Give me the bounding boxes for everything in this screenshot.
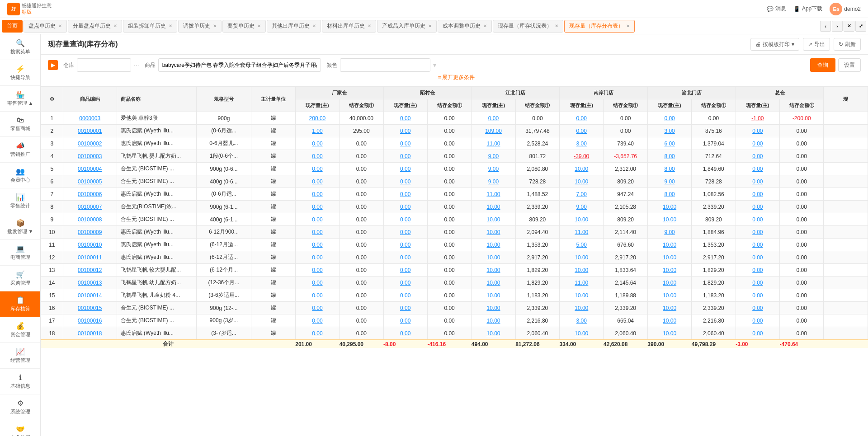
footer-na-qty: 334.00 <box>560 340 604 348</box>
table-row: 800100007合生元(BIOSTIME)浓...900g (6-1...罐0… <box>41 201 868 213</box>
export-btn[interactable]: ↗ 导出 <box>803 38 830 51</box>
sidebar-item-finance[interactable]: 💰 资金管理 <box>0 317 40 343</box>
search-btn[interactable]: 查询 <box>810 58 835 72</box>
tab-3[interactable]: 组装拆卸单历史 ✕ <box>123 20 177 33</box>
tab-close-3[interactable]: ✕ <box>169 23 172 28</box>
page-title: 现存量查询(库存分布) <box>48 40 118 53</box>
app-download-btn[interactable]: 📱 App下载 <box>793 5 822 13</box>
tab-bar: 首页 盘点单历史 ✕ 分量盘点单历史 ✕ 组装拆卸单历史 ✕ 调拨单历史 ✕ 要… <box>0 18 868 34</box>
tab-home[interactable]: 首页 <box>2 20 23 33</box>
expand-row: ≡ 展开更多条件 <box>48 72 861 82</box>
tab-5[interactable]: 要货单历史 ✕ <box>222 20 266 33</box>
table-row: 1300100012飞鹤星飞帆 较大婴儿配...(6-12个月...罐0.000… <box>41 264 868 277</box>
sidebar-item-search[interactable]: 🔍 搜索英单 <box>0 34 40 60</box>
footer-yb-amt: 49,798.29 <box>692 340 736 348</box>
tab-prev-btn[interactable]: ‹ <box>820 21 831 32</box>
table-row: 1500100014飞鹤星飞帆 儿童奶粉 4...(3-6岁适用...罐0.00… <box>41 289 868 302</box>
tab-7[interactable]: 材料出库单历史 ✕ <box>322 20 376 33</box>
collab-icon: 🤝 <box>2 425 38 433</box>
sidebar-item-purchase[interactable]: 🛒 采购管理 <box>0 266 40 291</box>
col-settings-icon[interactable]: ⚙ <box>41 87 63 112</box>
tab-close-8[interactable]: ✕ <box>428 23 432 28</box>
goods-input[interactable] <box>158 58 321 72</box>
tab-close-9[interactable]: ✕ <box>483 23 487 28</box>
tab-9[interactable]: 成本调整单历史 ✕ <box>438 20 492 33</box>
color-field: 颜色 ▾ <box>326 58 436 72</box>
warehouse-input[interactable] <box>77 58 131 72</box>
sidebar-item-retail-mgmt[interactable]: 🏪 零售管理 ▲ <box>0 86 40 112</box>
sidebar-item-collab[interactable]: 🤝 企业协同 <box>0 420 40 436</box>
table-row: 500100004合生元 (BIOSTIME) ...900g (0-6...罐… <box>41 163 868 175</box>
group-cj: 厂家仓 <box>295 87 383 99</box>
col-spec-header: 规格型号 <box>196 87 251 112</box>
mall-icon: 🛍 <box>2 116 38 124</box>
messages-btn[interactable]: 💬 消息 <box>767 5 786 13</box>
set-btn[interactable]: 设置 <box>838 58 861 72</box>
tab-nav-btns: ‹ › ✕ ⤢ <box>820 21 866 32</box>
tab-1[interactable]: 盘点单历史 ✕ <box>24 20 67 33</box>
color-input[interactable] <box>340 58 430 72</box>
tab-next-btn[interactable]: › <box>832 21 843 32</box>
main-layout: 🔍 搜索英单 ⚡ 快捷导航 🏪 零售管理 ▲ 🛍 零售商城 📣 营销推广 👥 会… <box>0 34 868 436</box>
refresh-btn[interactable]: ↻ 刷新 <box>834 38 861 51</box>
table-row: 400100003飞鹤星飞帆 婴儿配方奶...1段(0-6个...罐0.000.… <box>41 150 868 163</box>
sidebar-item-marketing[interactable]: 📣 营销推广 <box>0 137 40 163</box>
col-na-qty: 现存量(主) <box>560 99 604 112</box>
table-row: 1200100011惠氏启赋 (Wyeth illu...(6-12月适...罐… <box>41 251 868 264</box>
tab-close-all-btn[interactable]: ✕ <box>844 21 854 32</box>
retail-icon: 🏪 <box>2 90 38 99</box>
col-cj-qty: 现存量(主) <box>295 99 339 112</box>
tab-close-2[interactable]: ✕ <box>113 23 117 28</box>
wholesale-icon: 📦 <box>2 219 38 227</box>
tab-8[interactable]: 产成品入库单历史 ✕ <box>377 20 437 33</box>
search-icon: 🔍 <box>2 39 38 47</box>
main-content: 现存量查询(库存分布) 🖨 按模版打印 ▾ ↗ 导出 ↻ 刷新 <box>41 34 868 436</box>
col-mc-amt: 结存金额① <box>427 99 471 112</box>
tab-close-7[interactable]: ✕ <box>368 23 371 28</box>
sidebar-item-member[interactable]: 👥 会员中心 <box>0 163 40 188</box>
sidebar-item-ecommerce[interactable]: 💻 电商管理 <box>0 240 40 266</box>
sidebar-item-basic-info[interactable]: ℹ 基础信息 <box>0 369 40 394</box>
col-total-amt: 结存金额① <box>780 99 824 112</box>
tab-close-11[interactable]: ✕ <box>626 23 630 28</box>
table-row: 1700100016合生元 (BIOSTIME) ...900g (3岁...罐… <box>41 314 868 327</box>
footer-jb-qty: 494.00 <box>472 340 515 348</box>
sidebar-item-operations[interactable]: 📈 经营管理 <box>0 343 40 369</box>
sidebar-item-mall[interactable]: 🛍 零售商城 <box>0 112 40 137</box>
export-icon: ↗ <box>808 41 812 47</box>
print-btn[interactable]: 🖨 按模版打印 ▾ <box>750 38 799 51</box>
info-icon: ℹ <box>2 373 38 382</box>
table-row: 1100100010惠氏启赋 (Wyeth illu...(6-12月适...罐… <box>41 239 868 251</box>
sidebar-item-nav[interactable]: ⚡ 快捷导航 <box>0 60 40 86</box>
tab-6[interactable]: 其他出库单历史 ✕ <box>267 20 321 33</box>
footer-row: 合计 201.00 40,295.00 -8.00 -416.16 494.00… <box>41 340 868 348</box>
col-code-header: 商品编码 <box>63 87 117 112</box>
operations-icon: 📈 <box>2 347 38 356</box>
expand-arrow-btn[interactable]: ▶ <box>48 60 58 70</box>
tab-expand-btn[interactable]: ⤢ <box>855 21 866 32</box>
tab-close-6[interactable]: ✕ <box>312 23 316 28</box>
sidebar-item-retail-stats[interactable]: 📊 零售统计 <box>0 188 40 214</box>
footer-mc-qty: -8.00 <box>383 340 427 348</box>
group-yb: 渝北门店 <box>647 87 736 99</box>
tab-close-1[interactable]: ✕ <box>58 23 62 28</box>
ecommerce-icon: 💻 <box>2 244 38 253</box>
col-cj-amt: 结存金额① <box>340 99 383 112</box>
tab-10[interactable]: 现存量（库存状况表） ✕ <box>493 20 563 33</box>
tab-2[interactable]: 分量盘点单历史 ✕ <box>68 20 122 33</box>
footer-total-amt: -470.64 <box>780 340 824 348</box>
tab-close-4[interactable]: ✕ <box>213 23 217 28</box>
tab-close-10[interactable]: ✕ <box>555 23 558 28</box>
footer-cj-qty: 201.00 <box>295 340 339 348</box>
nav-icon: ⚡ <box>2 65 38 73</box>
user-area[interactable]: Ea demo2 <box>830 3 861 15</box>
expand-conditions-btn[interactable]: ≡ 展开更多条件 <box>438 74 474 81</box>
tab-11-active[interactable]: 现存量（库存分布表） ✕ <box>564 20 635 33</box>
sidebar-item-system[interactable]: ⚙ 系统管理 <box>0 394 40 420</box>
tab-close-5[interactable]: ✕ <box>257 23 261 28</box>
sidebar-item-wholesale[interactable]: 📦 批发管理 ▼ <box>0 214 40 240</box>
sidebar-item-inventory[interactable]: 📋 库存核算 <box>0 291 40 317</box>
tab-4[interactable]: 调拨单历史 ✕ <box>178 20 222 33</box>
refresh-icon: ↻ <box>839 41 843 47</box>
search-area: ▶ 仓库 ··· 商品 颜色 ▾ 查询 设置 <box>41 55 868 86</box>
